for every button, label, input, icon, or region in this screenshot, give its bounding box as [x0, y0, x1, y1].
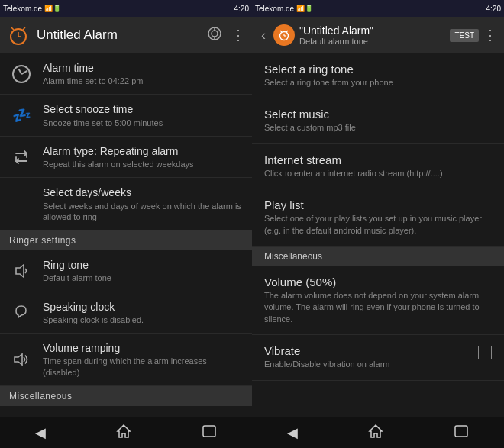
select-days-subtitle: Select weeks and days of week on which t… — [43, 201, 243, 223]
test-button[interactable]: TEST — [450, 29, 479, 42]
ring-tone-subtitle: Default alarm tone — [43, 272, 243, 283]
volume-title: Volume (50%) — [264, 276, 492, 288]
right-recent-button[interactable] — [441, 422, 481, 444]
volume-ramping-subtitle: Time span during which the alarm increas… — [43, 356, 243, 378]
select-music-title: Select music — [264, 108, 492, 121]
volume-subtitle: The alarm volume does not depend on your… — [264, 290, 492, 325]
right-nav-bar: ◀ — [252, 417, 504, 448]
play-list-title: Play list — [264, 198, 492, 211]
internet-stream-item[interactable]: Internet stream Click to enter an intern… — [252, 144, 504, 189]
svg-marker-16 — [118, 425, 130, 437]
ring-tone-title: Ring tone — [43, 258, 243, 272]
volume-item[interactable]: Volume (50%) The alarm volume does not d… — [252, 266, 504, 335]
internet-stream-subtitle: Click to enter an internet radio stream … — [264, 168, 492, 179]
right-toolbar-title-block: "Untitled Alarm" Default alarm tone — [299, 24, 445, 46]
speaker-icon — [9, 263, 34, 279]
left-recent-button[interactable] — [189, 422, 229, 444]
svg-line-3 — [11, 27, 14, 30]
left-back-button[interactable]: ◀ — [23, 421, 58, 444]
alarm-type-subtitle: Repeat this alarm on selected weekdays — [43, 159, 243, 169]
alarm-app-icon — [6, 23, 31, 47]
alarm-time-icon — [9, 65, 34, 83]
left-settings-list: Alarm time Alarm time set to 04:22 pm 💤 … — [0, 53, 252, 417]
speaking-clock-title: Speaking clock — [43, 300, 243, 314]
alarm-time-subtitle: Alarm time set to 04:22 pm — [43, 76, 243, 86]
speaking-clock-subtitle: Speaking clock is disabled. — [43, 314, 243, 325]
select-music-item[interactable]: Select music Select a custom mp3 file — [252, 98, 504, 143]
left-status-bar: Telekom.de 📶🔋 4:20 — [0, 0, 252, 17]
left-toolbar: Untitled Alarm ⋮ — [0, 17, 252, 53]
play-list-item[interactable]: Play list Select one of your play lists … — [252, 189, 504, 247]
snooze-subtitle: Snooze time set to 5:00 minutes — [43, 118, 243, 128]
speech-icon — [9, 304, 34, 321]
vibrate-item[interactable]: Vibrate Enable/Disable vibration on alar… — [252, 335, 504, 380]
right-home-button[interactable] — [356, 421, 396, 446]
ring-tone-text: Ring tone Default alarm tone — [43, 258, 243, 283]
select-music-subtitle: Select a custom mp3 file — [264, 122, 492, 134]
snooze-title: Select snooze time — [43, 102, 243, 116]
svg-line-4 — [23, 27, 25, 30]
alarm-time-title: Alarm time — [43, 61, 243, 75]
right-carrier: Telekom.de 📶🔋 — [255, 5, 313, 13]
volume-ramping-item[interactable]: Volume ramping Time span during which th… — [0, 334, 252, 386]
vibrate-checkbox[interactable] — [478, 346, 492, 359]
right-toolbar: ‹ "Untitled Alarm" Default alarm tone TE… — [252, 17, 504, 53]
misc-section-header: Miscellaneous — [0, 386, 252, 406]
vibrate-title: Vibrate — [264, 344, 478, 357]
left-panel: Untitled Alarm ⋮ — [0, 17, 252, 417]
right-back-button[interactable]: ◀ — [275, 421, 310, 444]
right-toolbar-subtitle: Default alarm tone — [299, 37, 445, 46]
internet-stream-title: Internet stream — [264, 153, 492, 166]
right-settings-list: Select a ring tone Select a ring tone fr… — [252, 53, 504, 417]
left-toolbar-tune-icon[interactable] — [204, 23, 225, 48]
ring-tone-item[interactable]: Ring tone Default alarm tone — [0, 250, 252, 292]
volume-ramp-icon — [9, 351, 34, 368]
vibrate-text: Vibrate Enable/Disable vibration on alar… — [264, 344, 478, 370]
svg-line-15 — [286, 31, 288, 32]
left-toolbar-title: Untitled Alarm — [37, 27, 198, 43]
volume-ramping-text: Volume ramping Time span during which th… — [43, 341, 243, 378]
snooze-time-item[interactable]: 💤 Select snooze time Snooze time set to … — [0, 95, 252, 136]
select-days-title: Select days/weeks — [43, 185, 243, 199]
nav-bars: ◀ ◀ — [0, 417, 504, 448]
ringer-section-header: Ringer settings — [0, 230, 252, 250]
alarm-type-text: Alarm type: Repeating alarm Repeat this … — [43, 144, 243, 169]
right-toolbar-menu[interactable]: ⋮ — [483, 27, 498, 44]
ring-tone-select-subtitle: Select a ring tone from your phone — [264, 77, 492, 89]
svg-point-6 — [212, 31, 218, 37]
select-days-text: Select days/weeks Select weeks and days … — [43, 185, 243, 222]
svg-marker-10 — [15, 354, 22, 365]
speaking-clock-item[interactable]: Speaking clock Speaking clock is disable… — [0, 292, 252, 334]
left-home-button[interactable] — [104, 421, 144, 446]
volume-ramping-title: Volume ramping — [43, 341, 243, 355]
right-time: 4:20 — [486, 5, 501, 13]
vibrate-subtitle: Enable/Disable vibration on alarm — [264, 359, 478, 370]
alarm-time-text: Alarm time Alarm time set to 04:22 pm — [43, 61, 243, 86]
alarm-type-item[interactable]: Alarm type: Repeating alarm Repeat this … — [0, 137, 252, 178]
svg-rect-19 — [455, 426, 467, 437]
alarm-time-item[interactable]: Alarm time Alarm time set to 04:22 pm — [0, 53, 252, 95]
ring-tone-select-title: Select a ring tone — [264, 63, 492, 76]
svg-marker-18 — [370, 425, 382, 437]
right-back-button[interactable]: ‹ — [258, 24, 269, 47]
right-alarm-icon — [273, 24, 295, 46]
right-misc-section-header: Miscellaneous — [252, 247, 504, 266]
ring-tone-select-item[interactable]: Select a ring tone Select a ring tone fr… — [252, 53, 504, 98]
play-list-subtitle: Select one of your play lists you set up… — [264, 213, 492, 237]
right-status-bar: Telekom.de 📶🔋 4:20 — [252, 0, 504, 17]
left-time: 4:20 — [234, 5, 249, 13]
left-nav-bar: ◀ — [0, 417, 252, 448]
repeat-icon — [9, 149, 34, 166]
alarm-type-title: Alarm type: Repeating alarm — [43, 144, 243, 158]
right-toolbar-title: "Untitled Alarm" — [299, 24, 445, 37]
left-carrier: Telekom.de 📶🔋 — [3, 5, 61, 13]
right-panel: ‹ "Untitled Alarm" Default alarm tone TE… — [252, 17, 504, 417]
left-toolbar-menu[interactable]: ⋮ — [231, 27, 246, 44]
speaking-clock-text: Speaking clock Speaking clock is disable… — [43, 300, 243, 325]
svg-line-14 — [280, 31, 282, 32]
snooze-icon: 💤 — [9, 106, 34, 124]
svg-rect-17 — [203, 426, 215, 437]
snooze-time-text: Select snooze time Snooze time set to 5:… — [43, 102, 243, 127]
svg-marker-9 — [16, 265, 24, 277]
select-days-item[interactable]: Select days/weeks Select weeks and days … — [0, 178, 252, 230]
